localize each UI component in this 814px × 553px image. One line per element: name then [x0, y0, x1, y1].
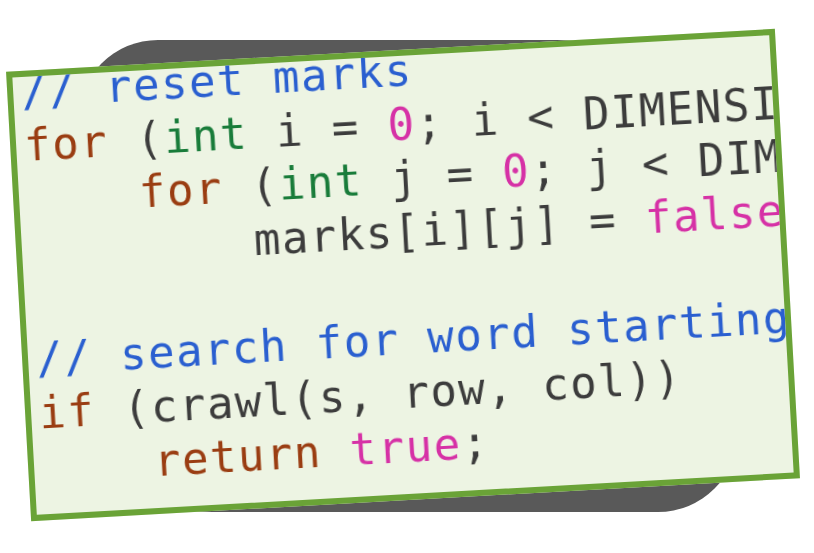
- literal-zero-1: 0: [386, 98, 417, 150]
- literal-true: true: [348, 418, 463, 475]
- indent-3: [26, 167, 141, 224]
- keyword-return: return: [153, 426, 324, 486]
- semicolon: ;: [460, 416, 491, 468]
- keyword-for-2: for: [138, 162, 225, 218]
- assign-2: j =: [361, 147, 504, 206]
- keyword-if: if: [38, 384, 97, 438]
- literal-zero-2: 0: [501, 145, 532, 197]
- code-snippet-frame: // reset marks for (int i = 0; i < DIMEN…: [6, 29, 800, 521]
- code-text: // reset marks for (int i = 0; i < DIMEN…: [20, 29, 799, 494]
- keyword-int-2: int: [277, 154, 364, 210]
- paren-open-1: (: [107, 112, 166, 166]
- keyword-for-1: for: [23, 115, 110, 171]
- indent-8: [41, 435, 156, 492]
- paren-open-2: (: [221, 159, 280, 213]
- indent-4: [29, 214, 255, 277]
- image-canvas: // reset marks for (int i = 0; i < DIMEN…: [0, 0, 814, 553]
- space-8: [320, 424, 351, 476]
- keyword-int-1: int: [162, 107, 249, 163]
- literal-false: false: [644, 185, 787, 244]
- assign-1: i =: [246, 99, 389, 158]
- blank-line: [32, 280, 35, 331]
